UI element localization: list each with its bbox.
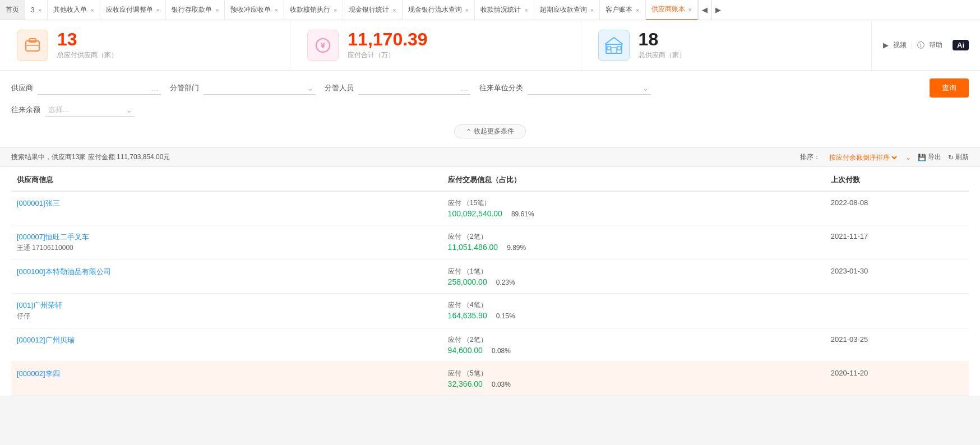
supplier-link[interactable]: [000001]张三 xyxy=(17,199,60,207)
unit-class-input[interactable] xyxy=(528,81,651,95)
collapse-label: 收起更多条件 xyxy=(474,127,514,136)
pay-percent: 0.15% xyxy=(496,312,515,320)
refresh-button[interactable]: ↻ 刷新 xyxy=(948,152,969,162)
person-dots-icon[interactable]: … xyxy=(460,84,468,92)
supplier-icon xyxy=(17,30,48,61)
pay-percent: 89.61% xyxy=(511,210,534,218)
supplier-sub-info: 王通 17106110000 xyxy=(17,243,437,253)
video-link[interactable]: 视频 xyxy=(893,40,907,50)
filter-row-2: 往来余额 选择... ⌄ xyxy=(11,103,969,117)
close-icon[interactable]: × xyxy=(465,7,469,13)
top-right-links: ▶ 视频 | ⓘ 帮助 Ai xyxy=(872,20,980,70)
balance-select-wrap: 选择... ⌄ xyxy=(45,103,135,117)
pay-amount: 11,051,486.00 xyxy=(448,243,498,252)
nav-tab-bank-deposit[interactable]: 银行存取款单 × xyxy=(166,0,225,20)
pay-amount: 32,366.00 xyxy=(448,379,483,388)
supplier-link[interactable]: [000012]广州贝瑞 xyxy=(17,336,75,344)
nav-tab-collection-stat[interactable]: 收款情况统计 × xyxy=(475,0,534,20)
pay-info-cell: 应付 （4笔）164,635.900.15% xyxy=(442,294,825,328)
balance-select[interactable]: 选择... xyxy=(45,103,135,117)
nav-tab-other-income-label: 其他收入单 xyxy=(53,5,87,15)
unit-class-select-wrap: ⌄ xyxy=(528,81,651,95)
department-select-wrap: ⌄ xyxy=(204,81,316,95)
close-icon[interactable]: × xyxy=(392,7,396,13)
result-actions: 排序： 按应付余额倒序排序 ⌄ 💾 导出 ↻ 刷新 xyxy=(800,152,969,162)
payable-amount-label: 应付合计（万） xyxy=(348,50,427,60)
last-pay-date-cell: 2021-11-17 xyxy=(825,225,969,260)
close-icon[interactable]: × xyxy=(334,7,337,13)
nav-tab-home[interactable]: 首页 xyxy=(0,0,25,20)
stat-total-suppliers-text: 18 总供应商（家） xyxy=(639,30,686,60)
col-supplier-info: 供应商信息 xyxy=(11,167,442,191)
nav-tab-collection-exec[interactable]: 收款核销执行 × xyxy=(284,0,343,20)
supplier-link[interactable]: [000007]恒旺二手叉车 xyxy=(17,233,89,241)
close-icon[interactable]: × xyxy=(90,7,94,13)
nav-tab-customer-ledger[interactable]: 客户账本 × xyxy=(600,0,645,20)
filter-balance: 往来余额 选择... ⌄ xyxy=(11,103,135,117)
pay-percent: 9.89% xyxy=(507,244,526,252)
close-icon[interactable]: × xyxy=(38,7,41,13)
export-label: 导出 xyxy=(928,152,941,162)
pay-percent: 0.23% xyxy=(496,279,515,286)
table-row: [000100]本特勒油品有限公司应付 （1笔）258,000.000.23%2… xyxy=(11,260,969,294)
stat-total-suppliers: 18 总供应商（家） xyxy=(581,20,872,70)
sort-select[interactable]: 按应付余额倒序排序 xyxy=(827,153,899,162)
help-link[interactable]: 帮助 xyxy=(929,40,942,50)
supplier-info-cell: [000100]本特勒油品有限公司 xyxy=(11,260,442,294)
close-icon[interactable]: × xyxy=(590,7,594,13)
pay-info-cell: 应付 （2笔）11,051,486.009.89% xyxy=(442,225,825,260)
nav-tab-overdue-query[interactable]: 超期应收款查询 × xyxy=(534,0,600,20)
person-input[interactable] xyxy=(358,81,470,95)
nav-arrow-left[interactable]: ◀ xyxy=(698,0,711,20)
stat-payable-suppliers: 13 总应付供应商（家） xyxy=(0,20,290,70)
query-button[interactable]: 查询 xyxy=(930,78,969,98)
collapse-button[interactable]: ⌃ 收起更多条件 xyxy=(454,124,526,138)
video-icon: ▶ xyxy=(883,41,889,49)
col-pay-info: 应付交易信息（占比） xyxy=(442,167,825,191)
ai-badge[interactable]: Ai xyxy=(953,40,969,50)
supplier-dots-icon[interactable]: … xyxy=(151,84,159,92)
table-row: [001]广州荣轩仔仔应付 （4笔）164,635.900.15% xyxy=(11,294,969,328)
table-header: 供应商信息 应付交易信息（占比） 上次付数 xyxy=(11,167,969,191)
nav-tab-adjustment[interactable]: 应收应付调整单 × xyxy=(100,0,166,20)
divider: | xyxy=(911,41,913,49)
refresh-label: 刷新 xyxy=(955,152,969,162)
nav-tab-cash-flow-query[interactable]: 现金银行流水查询 × xyxy=(403,0,475,20)
supplier-link[interactable]: [000100]本特勒油品有限公司 xyxy=(17,267,111,276)
filter-unit-class: 往来单位分类 ⌄ xyxy=(479,81,651,95)
pay-count: 应付 （2笔） xyxy=(448,232,820,242)
refresh-icon: ↻ xyxy=(948,154,954,161)
nav-tab-other-income[interactable]: 其他收入单 × xyxy=(48,0,100,20)
supplier-link[interactable]: [000002]李四 xyxy=(17,369,60,378)
nav-tab-advance-offset[interactable]: 预收冲应收单 × xyxy=(225,0,284,20)
close-icon[interactable]: × xyxy=(636,7,639,13)
export-button[interactable]: 💾 导出 xyxy=(918,152,941,162)
nav-tab-supplier-ledger[interactable]: 供应商账本 × xyxy=(646,0,698,20)
total-suppliers-number: 18 xyxy=(639,30,686,48)
stat-payable-amount-text: 11,170.39 应付合计（万） xyxy=(348,30,427,60)
balance-filter-label: 往来余额 xyxy=(11,105,40,115)
department-input[interactable] xyxy=(204,81,316,95)
close-icon[interactable]: × xyxy=(524,7,528,13)
pay-count: 应付 （2笔） xyxy=(448,335,820,345)
nav-tab-bank-deposit-label: 银行存取款单 xyxy=(172,5,212,15)
close-icon[interactable]: × xyxy=(688,6,692,13)
nav-arrow-right[interactable]: ▶ xyxy=(711,0,725,20)
svg-text:¥: ¥ xyxy=(321,41,325,50)
pay-percent: 0.08% xyxy=(492,347,511,355)
pay-info-cell: 应付 （2笔）94,600.000.08% xyxy=(442,328,825,362)
nav-tab-3[interactable]: 3 × xyxy=(25,0,48,20)
close-icon[interactable]: × xyxy=(215,7,219,13)
nav-tab-adjustment-label: 应收应付调整单 xyxy=(106,5,153,15)
svg-rect-5 xyxy=(606,44,622,53)
supplier-input[interactable] xyxy=(38,81,161,95)
pay-info-cell: 应付 （1笔）258,000.000.23% xyxy=(442,260,825,294)
supplier-link[interactable]: [001]广州荣轩 xyxy=(17,301,62,309)
close-icon[interactable]: × xyxy=(156,7,160,13)
unit-class-filter-label: 往来单位分类 xyxy=(479,83,523,93)
nav-tab-cash-bank-stat[interactable]: 现金银行统计 × xyxy=(343,0,402,20)
collapse-up-icon: ⌃ xyxy=(466,128,471,136)
close-icon[interactable]: × xyxy=(274,7,278,13)
supplier-info-cell: [001]广州荣轩仔仔 xyxy=(11,294,442,328)
nav-tab-cash-bank-stat-label: 现金银行统计 xyxy=(349,5,389,15)
